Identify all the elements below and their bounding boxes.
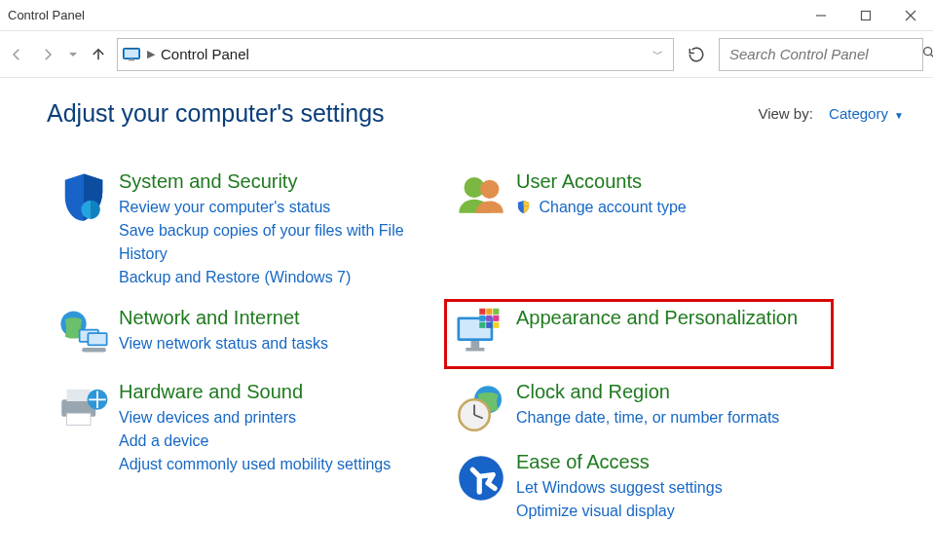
control-panel-icon xyxy=(122,47,141,62)
category-title[interactable]: System and Security xyxy=(119,168,432,194)
svg-rect-20 xyxy=(471,341,480,348)
svg-rect-30 xyxy=(493,322,499,328)
page-heading: Adjust your computer's settings xyxy=(47,99,385,128)
search-input[interactable] xyxy=(728,45,917,63)
category-hardware-sound: Hardware and Sound View devices and prin… xyxy=(47,373,436,529)
printer-icon xyxy=(51,379,117,437)
category-title[interactable]: Appearance and Personalization xyxy=(516,305,798,330)
monitor-colors-icon xyxy=(448,305,514,363)
address-bar[interactable]: ▶ Control Panel ﹀ xyxy=(117,38,674,71)
view-by-value: Category xyxy=(829,105,888,122)
toolbar: ▶ Control Panel ﹀ xyxy=(0,31,933,78)
category-title[interactable]: Clock and Region xyxy=(516,379,779,404)
category-ease-of-access: Ease of Access Let Windows suggest setti… xyxy=(444,443,834,529)
category-title[interactable]: Ease of Access xyxy=(516,449,723,474)
maximize-button[interactable] xyxy=(843,0,888,30)
view-by-dropdown[interactable]: Category ▼ xyxy=(829,105,904,122)
svg-rect-16 xyxy=(89,334,106,345)
svg-rect-1 xyxy=(862,11,871,19)
shield-icon xyxy=(51,168,117,227)
minimize-button[interactable] xyxy=(799,0,843,30)
users-icon xyxy=(448,168,514,227)
svg-rect-17 xyxy=(82,348,106,352)
category-title[interactable]: Hardware and Sound xyxy=(119,379,391,404)
back-button[interactable] xyxy=(4,42,29,67)
content-area: Adjust your computer's settings View by:… xyxy=(0,78,933,539)
link-review-status[interactable]: Review your computer's status xyxy=(119,196,432,219)
category-system-security: System and Security Review your computer… xyxy=(47,163,436,295)
svg-rect-26 xyxy=(486,316,492,321)
window-controls xyxy=(799,0,933,30)
view-by-control: View by: Category ▼ xyxy=(758,105,904,122)
close-button[interactable] xyxy=(888,0,933,30)
link-suggest-settings[interactable]: Let Windows suggest settings xyxy=(516,476,723,500)
category-network-internet: Network and Internet View network status… xyxy=(47,299,436,369)
svg-rect-32 xyxy=(67,390,92,401)
view-by-label: View by: xyxy=(758,105,812,122)
svg-rect-24 xyxy=(493,309,499,315)
category-grid: System and Security Review your computer… xyxy=(47,163,904,529)
breadcrumb-item[interactable]: Control Panel xyxy=(161,46,249,62)
svg-rect-25 xyxy=(479,316,485,321)
svg-rect-29 xyxy=(486,322,492,328)
title-bar: Control Panel xyxy=(0,0,933,31)
svg-rect-6 xyxy=(129,58,134,60)
link-date-time-formats[interactable]: Change date, time, or number formats xyxy=(516,406,779,429)
svg-rect-21 xyxy=(466,348,484,352)
category-title[interactable]: User Accounts xyxy=(516,168,687,194)
search-icon xyxy=(921,45,933,63)
svg-rect-33 xyxy=(67,413,92,425)
address-dropdown-icon[interactable]: ﹀ xyxy=(653,47,669,61)
svg-rect-19 xyxy=(460,319,491,338)
svg-point-7 xyxy=(924,48,932,56)
category-clock-region: Clock and Region Change date, time, or n… xyxy=(444,373,834,443)
category-user-accounts: User Accounts Change account type xyxy=(444,163,834,295)
up-button[interactable] xyxy=(86,42,111,67)
globe-network-icon xyxy=(51,305,117,363)
link-change-account-type[interactable]: Change account type xyxy=(516,196,687,221)
clock-globe-icon xyxy=(448,379,514,437)
link-devices-printers[interactable]: View devices and printers xyxy=(119,406,391,429)
svg-point-11 xyxy=(480,180,499,199)
svg-rect-27 xyxy=(493,316,499,321)
link-file-history[interactable]: Save backup copies of your files with Fi… xyxy=(119,219,432,266)
link-add-device[interactable]: Add a device xyxy=(119,429,391,453)
chevron-down-icon: ▼ xyxy=(894,110,904,121)
svg-rect-22 xyxy=(479,309,485,315)
uac-shield-icon xyxy=(516,201,535,217)
search-box[interactable] xyxy=(719,38,923,71)
svg-rect-5 xyxy=(125,50,138,57)
forward-button[interactable] xyxy=(35,42,60,67)
link-backup-restore[interactable]: Backup and Restore (Windows 7) xyxy=(119,266,432,289)
category-appearance-personalization: Appearance and Personalization xyxy=(444,299,834,369)
svg-rect-23 xyxy=(486,309,492,315)
breadcrumb-caret-icon[interactable]: ▶ xyxy=(141,48,161,60)
link-optimize-display[interactable]: Optimize visual display xyxy=(516,500,723,523)
link-mobility-settings[interactable]: Adjust commonly used mobility settings xyxy=(119,453,391,476)
recent-dropdown-icon[interactable] xyxy=(66,42,80,67)
ease-access-icon xyxy=(448,449,514,507)
svg-rect-28 xyxy=(479,322,485,328)
link-network-status[interactable]: View network status and tasks xyxy=(119,332,328,355)
category-title[interactable]: Network and Internet xyxy=(119,305,328,330)
window-title: Control Panel xyxy=(8,8,85,22)
refresh-button[interactable] xyxy=(680,38,713,71)
